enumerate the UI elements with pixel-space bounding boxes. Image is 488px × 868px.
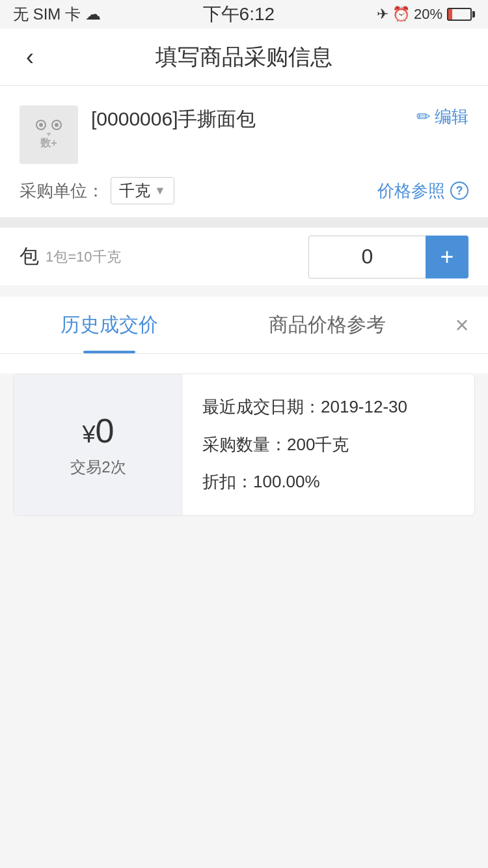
tab-price-ref-label: 商品价格参考 [269, 312, 386, 338]
battery-cap [472, 11, 475, 18]
tabs-section: 历史成交价 商品价格参考 × ¥0 交易2次 最近成交日期：2019-12-30… [0, 297, 488, 764]
card-price: ¥0 [83, 411, 115, 450]
tab-close-button[interactable]: × [436, 312, 488, 339]
battery-percent: 20% [414, 6, 442, 23]
battery-body [447, 8, 472, 21]
detail-key-1: 采购数量： [202, 435, 287, 454]
owl-eye-dot-left [39, 123, 43, 127]
detail-value-1: 200千克 [287, 435, 349, 454]
page-title: 填写商品采购信息 [156, 42, 332, 72]
qty-conversion: 1包=10千克 [46, 247, 121, 267]
status-left: 无 SIM 卡 ☁ [13, 4, 101, 25]
tabs-header: 历史成交价 商品价格参考 × [0, 297, 488, 354]
alarm-icon: ⏰ [392, 6, 410, 23]
owl-eye-left [36, 120, 46, 130]
tab-content: ¥0 交易2次 最近成交日期：2019-12-30 采购数量：200千克 折扣：… [0, 373, 488, 764]
qty-unit-name: 包 [20, 243, 39, 270]
detail-row-0: 最近成交日期：2019-12-30 [202, 394, 455, 421]
status-bar: 无 SIM 卡 ☁ 下午6:12 ✈ ⏰ 20% [0, 0, 488, 29]
tab-active-indicator [83, 351, 135, 353]
edit-icon: ✏ [416, 107, 431, 127]
price-ref-button[interactable]: 价格参照 ? [377, 180, 468, 202]
status-right: ✈ ⏰ 20% [377, 6, 475, 23]
detail-row-2: 折扣：100.00% [202, 468, 455, 496]
location-icon: ✈ [377, 6, 388, 23]
product-logo: 数+ [29, 115, 68, 154]
product-name: [0000006]手撕面包 [91, 105, 256, 133]
edit-label: 编辑 [435, 105, 468, 128]
product-name-section: [0000006]手撕面包 [91, 105, 256, 133]
qty-plus-button[interactable]: + [426, 236, 468, 278]
owl-eyes [36, 120, 62, 130]
tab-history-label: 历史成交价 [61, 312, 158, 338]
qty-input-area: 0 + [150, 236, 468, 278]
product-unit-row: 采购单位： 千克 ▼ 价格参照 ? [20, 177, 468, 204]
qty-label: 包 1包=10千克 [20, 243, 150, 270]
card-right: 最近成交日期：2019-12-30 采购数量：200千克 折扣：100.00% [183, 374, 474, 515]
trade-count: 交易2次 [70, 457, 126, 478]
quantity-section: 包 1包=10千克 0 + [0, 228, 488, 286]
unit-select[interactable]: 千克 ▼ [111, 177, 174, 204]
gray-divider [0, 217, 488, 228]
qty-input[interactable]: 0 [308, 236, 426, 278]
product-header: 数+ [0000006]手撕面包 ✏ 编辑 [20, 105, 468, 164]
owl-eye-right [51, 120, 62, 130]
price-value: 0 [96, 412, 115, 450]
detail-key-0: 最近成交日期： [202, 397, 321, 416]
nav-bar: ‹ 填写商品采购信息 [0, 29, 488, 86]
unit-label: 采购单位： [20, 180, 104, 202]
unit-value: 千克 [119, 180, 150, 201]
sim-label: 无 SIM 卡 ☁ [13, 4, 101, 25]
battery-fill [448, 9, 453, 20]
unit-row-left: 采购单位： 千克 ▼ [20, 177, 174, 204]
owl-eye-dot-right [55, 123, 59, 127]
tab-history-price[interactable]: 历史成交价 [0, 297, 218, 353]
price-symbol: ¥ [83, 421, 96, 448]
status-time: 下午6:12 [203, 2, 275, 27]
tab-product-price-ref[interactable]: 商品价格参考 [218, 297, 436, 353]
back-button[interactable]: ‹ [20, 37, 40, 77]
product-left: 数+ [0000006]手撕面包 [20, 105, 256, 164]
product-thumbnail: 数+ [20, 105, 78, 164]
product-section: 数+ [0000006]手撕面包 ✏ 编辑 采购单位： 千克 ▼ 价格参照 ? [0, 86, 488, 217]
detail-value-0: 2019-12-30 [321, 397, 407, 416]
price-ref-label: 价格参照 [377, 180, 445, 202]
unit-arrow-icon: ▼ [154, 184, 166, 198]
price-ref-icon: ? [450, 182, 468, 200]
battery-icon [446, 7, 475, 21]
transaction-card: ¥0 交易2次 最近成交日期：2019-12-30 采购数量：200千克 折扣：… [13, 373, 475, 516]
detail-row-1: 采购数量：200千克 [202, 431, 455, 459]
detail-value-2: 100.00% [253, 472, 320, 491]
card-left: ¥0 交易2次 [14, 374, 183, 515]
edit-button[interactable]: ✏ 编辑 [416, 105, 468, 128]
owl-body-text: 数+ [40, 137, 57, 150]
detail-key-2: 折扣： [202, 472, 253, 491]
